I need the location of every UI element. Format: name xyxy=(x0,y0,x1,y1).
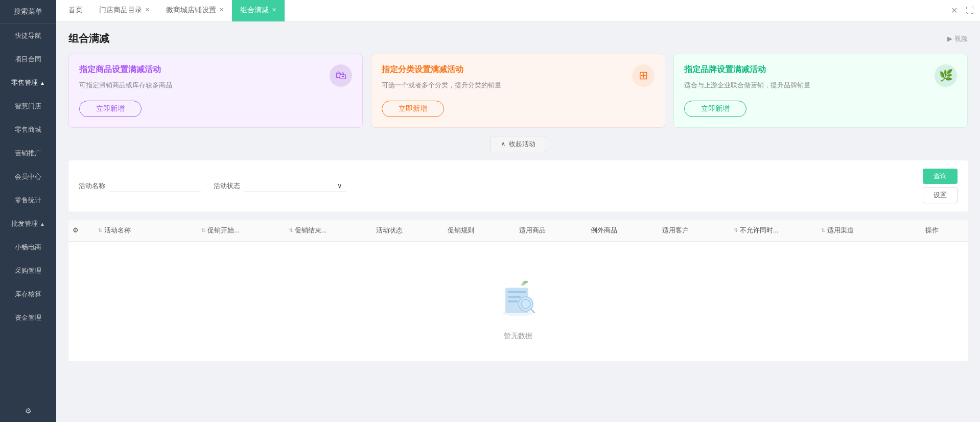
sidebar-item-quick-nav[interactable]: 快捷导航 xyxy=(0,24,56,48)
sidebar-item-wholesale-mgmt[interactable]: 批发管理 ▲ xyxy=(0,212,56,236)
chevron-down-icon: ∨ xyxy=(337,182,342,190)
sidebar-item-retail-mall[interactable]: 零售商城 xyxy=(0,118,56,142)
empty-state: 暂无数据 xyxy=(68,242,968,361)
svg-rect-2 xyxy=(508,291,526,293)
sidebar-item-label: 零售管理 xyxy=(11,78,38,87)
filter-row: 活动名称 活动状态 ∨ 查询 设置 xyxy=(68,160,968,212)
sidebar-item-retail-stats[interactable]: 零售统计 xyxy=(0,189,56,212)
th-customer-label: 适用客户 xyxy=(662,226,689,235)
sidebar-item-label: 快捷导航 xyxy=(15,31,41,40)
filter-status-label: 活动状态 xyxy=(214,181,240,191)
page-header: 组合满减 ▶ 视频 xyxy=(68,32,968,45)
sidebar-item-label: 项目合同 xyxy=(15,55,41,64)
close-icon[interactable]: ✕ xyxy=(272,7,276,13)
tab-store-catalog[interactable]: 门店商品目录 ✕ xyxy=(91,0,158,21)
tab-combo-discount-label: 组合满减 xyxy=(240,6,269,15)
th-rule-label: 促销规则 xyxy=(448,226,474,235)
th-goods-label: 适用商品 xyxy=(519,226,546,235)
th-gear[interactable]: ⚙ xyxy=(68,226,94,234)
sidebar-item-label: 批发管理 xyxy=(11,219,38,228)
sidebar-settings[interactable]: ⚙ xyxy=(0,400,56,422)
th-status-label: 活动状态 xyxy=(376,226,403,235)
chevron-down-icon: ▲ xyxy=(40,221,45,227)
close-window-button[interactable]: ✕ xyxy=(949,4,960,17)
add-category-promo-button[interactable]: 立即新增 xyxy=(382,101,444,117)
sort-icon: ⇅ xyxy=(201,227,205,233)
close-icon[interactable]: ✕ xyxy=(145,7,150,13)
gear-icon: ⚙ xyxy=(25,407,32,415)
tab-store-catalog-label: 门店商品目录 xyxy=(99,6,142,15)
sidebar-item-funds-mgmt[interactable]: 资金管理 xyxy=(0,306,56,330)
collapse-activity-button[interactable]: ∧ 收起活动 xyxy=(490,136,546,152)
page-content: 组合满减 ▶ 视频 🛍 指定商品设置满减活动 可指定滞销商品或库存较多商品 立即… xyxy=(56,21,980,422)
sidebar-item-member-center[interactable]: 会员中心 xyxy=(0,165,56,189)
th-name-label: 活动名称 xyxy=(104,226,131,235)
sidebar-item-label: 采购管理 xyxy=(15,266,41,275)
tab-wechat-store[interactable]: 微商城店铺设置 ✕ xyxy=(158,0,232,21)
filter-actions: 查询 设置 xyxy=(923,169,958,203)
sidebar-item-xiaochangec[interactable]: 小畅电商 xyxy=(0,236,56,259)
filter-name-input[interactable] xyxy=(109,180,201,192)
promo-card-goods: 🛍 指定商品设置满减活动 可指定滞销商品或库存较多商品 立即新增 xyxy=(68,54,363,128)
promo-card-brand-title: 指定品牌设置满减活动 xyxy=(684,64,957,75)
tab-home-label: 首页 xyxy=(68,6,83,15)
sidebar-item-purchase-mgmt[interactable]: 采购管理 xyxy=(0,259,56,283)
close-icon[interactable]: ✕ xyxy=(219,7,224,13)
promo-cards-row: 🛍 指定商品设置满减活动 可指定滞销商品或库存较多商品 立即新增 ⊞ 指定分类设… xyxy=(68,54,968,128)
tab-wechat-store-label: 微商城店铺设置 xyxy=(166,6,216,15)
th-except: 例外商品 xyxy=(587,226,658,235)
th-goods: 适用商品 xyxy=(515,226,587,235)
th-action-label: 操作 xyxy=(925,226,939,235)
sidebar-item-label: 零售统计 xyxy=(15,196,41,205)
add-goods-promo-button[interactable]: 立即新增 xyxy=(79,101,142,117)
promo-card-category: ⊞ 指定分类设置满减活动 可选一个或者多个分类，提升分类的销量 立即新增 xyxy=(371,54,665,128)
tab-combo-discount[interactable]: 组合满减 ✕ xyxy=(232,0,285,21)
th-end[interactable]: ⇅ 促销结束... xyxy=(285,226,372,235)
sidebar-item-inventory[interactable]: 库存核算 xyxy=(0,283,56,306)
th-customer: 适用客户 xyxy=(658,226,730,235)
collapse-bar: ∧ 收起活动 xyxy=(68,136,968,152)
sidebar-item-label: 资金管理 xyxy=(15,313,41,322)
sort-icon: ⇅ xyxy=(821,227,825,233)
svg-rect-4 xyxy=(508,300,518,302)
sort-icon: ⇅ xyxy=(289,227,293,233)
resize-window-button[interactable]: ⛶ xyxy=(964,4,976,17)
promo-card-category-desc: 可选一个或者多个分类，提升分类的销量 xyxy=(382,80,655,90)
th-channel[interactable]: ⇅ 适用渠道 xyxy=(817,226,896,235)
play-icon: ▶ xyxy=(947,35,952,42)
th-notallow[interactable]: ⇅ 不允许同时... xyxy=(730,226,817,235)
chevron-up-icon: ∧ xyxy=(501,140,506,148)
th-end-label: 促销结束... xyxy=(295,226,327,235)
promo-card-brand-desc: 适合与上游企业联合做营销，提升品牌销量 xyxy=(684,80,957,90)
video-link[interactable]: ▶ 视频 xyxy=(947,34,968,43)
th-start[interactable]: ⇅ 促销开始... xyxy=(197,226,285,235)
th-start-label: 促销开始... xyxy=(207,226,240,235)
main-area: 首页 门店商品目录 ✕ 微商城店铺设置 ✕ 组合满减 ✕ ✕ ⛶ 组合满减 ▶ … xyxy=(56,0,980,422)
page-title: 组合满减 xyxy=(68,32,109,45)
bag-icon: 🛍 xyxy=(330,64,352,87)
sidebar-item-marketing[interactable]: 营销推广 xyxy=(0,142,56,165)
category-icon: ⊞ xyxy=(632,64,655,87)
sidebar-search[interactable]: 搜索菜单 xyxy=(0,0,56,24)
query-button[interactable]: 查询 xyxy=(923,169,958,184)
sidebar-item-project-contract[interactable]: 项目合同 xyxy=(0,48,56,71)
th-status: 活动状态 xyxy=(372,226,444,235)
sidebar-item-retail-mgmt[interactable]: 零售管理 ▲ xyxy=(0,71,56,95)
th-channel-label: 适用渠道 xyxy=(827,226,854,235)
sort-icon: ⇅ xyxy=(98,227,102,233)
sidebar-item-label: 小畅电商 xyxy=(15,243,41,252)
table-header: ⚙ ⇅ 活动名称 ⇅ 促销开始... ⇅ 促销结束... 活动状态 xyxy=(68,220,968,242)
collapse-label: 收起活动 xyxy=(509,139,535,149)
chevron-up-icon: ▲ xyxy=(40,80,45,86)
filter-status-select[interactable]: ∨ xyxy=(244,180,346,192)
tab-home[interactable]: 首页 xyxy=(60,0,91,21)
th-name[interactable]: ⇅ 活动名称 xyxy=(94,226,197,235)
tab-actions: ✕ ⛶ xyxy=(949,4,976,17)
sidebar-item-smart-store[interactable]: 智慧门店 xyxy=(0,95,56,118)
sidebar-item-label: 智慧门店 xyxy=(15,102,41,111)
setting-button[interactable]: 设置 xyxy=(923,187,958,203)
sidebar: 搜索菜单 快捷导航 项目合同 零售管理 ▲ 智慧门店 零售商城 营销推广 会员中… xyxy=(0,0,56,422)
sidebar-item-label: 库存核算 xyxy=(15,290,41,299)
add-brand-promo-button[interactable]: 立即新增 xyxy=(684,101,746,117)
empty-text: 暂无数据 xyxy=(504,332,532,341)
